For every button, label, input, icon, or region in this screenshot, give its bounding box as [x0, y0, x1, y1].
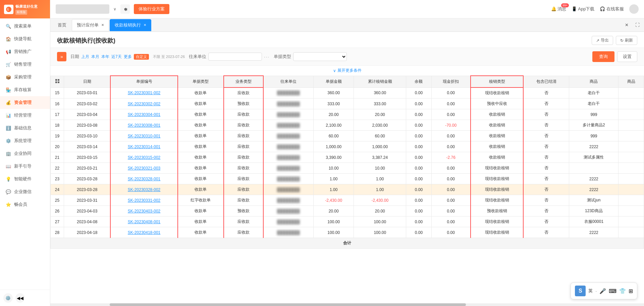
cell-product2: [619, 120, 644, 131]
partner-name: ████████: [277, 209, 300, 213]
bill-no-link[interactable]: SK-20230315-002: [128, 155, 160, 160]
cell-amount: 2,100.00: [314, 120, 354, 131]
message-icon-area[interactable]: 🔔 99+ 消息: [551, 6, 567, 12]
topbar-dropdown[interactable]: ∨: [113, 7, 116, 11]
filter-date-7days[interactable]: 近7天: [111, 54, 122, 60]
cell-biz-type: 应收款: [224, 131, 263, 141]
online-support-link[interactable]: 🎧 在线客服: [600, 6, 624, 12]
sidebar-item-inventory[interactable]: 🏪 库存核算: [0, 83, 50, 96]
app-logo: 6 畅康道好生意 标推版: [0, 0, 50, 18]
horizontal-scrollbar[interactable]: [50, 303, 644, 306]
filter-date-more[interactable]: 更多: [124, 54, 132, 60]
export-button[interactable]: ↗ 导出: [592, 36, 613, 45]
ime-mic-icon[interactable]: 🎤: [599, 288, 606, 294]
cell-included: 否: [523, 152, 569, 163]
cell-product: 2222: [569, 227, 619, 238]
sidebar-item-basic[interactable]: ℹ️ 基础信息: [0, 122, 50, 134]
cell-amount: 1,000.00: [314, 141, 354, 152]
sidebar-item-hardware[interactable]: 💡 智能硬件: [0, 173, 50, 185]
ime-shirt-icon[interactable]: 👕: [619, 288, 626, 294]
partner-name: ████████: [277, 166, 300, 171]
filter-date-this-month[interactable]: 本月: [91, 54, 99, 60]
sidebar-item-operations[interactable]: 📊 经营管理: [0, 109, 50, 122]
sidebar-item-sales[interactable]: 🛒 销售管理: [0, 58, 50, 71]
tabbar-controls: ✕ ⛶: [623, 21, 641, 29]
cell-discount: 0.00: [431, 163, 471, 174]
cell-amount: 20.00: [314, 109, 354, 120]
ime-grid-icon[interactable]: ⊞: [629, 288, 633, 294]
cell-included: 否: [523, 174, 569, 184]
bill-no-link[interactable]: SK-20230403-002: [128, 209, 160, 213]
cell-balance: 0.00: [406, 195, 431, 206]
sidebar-item-quicknav[interactable]: 🏠 快捷导航: [0, 33, 50, 45]
bill-no-link[interactable]: SK-20230328-001: [128, 177, 160, 181]
cell-date: 2023-03-21: [64, 163, 111, 174]
cell-bill-no: SK-20230314-001: [110, 141, 177, 152]
tab-prepay-close[interactable]: ✕: [101, 23, 104, 27]
tab-maximize[interactable]: ⛶: [633, 21, 641, 29]
sidebar-item-guide[interactable]: 📖 新手引导: [0, 160, 50, 173]
table-area[interactable]: 日期 单据编号 单据类型 业务类型 往来单位 单据金额 累计核销金额 余额 现金…: [50, 75, 644, 303]
cell-partner: ████████: [263, 109, 314, 120]
cell-write-type: 收款核销: [471, 120, 524, 131]
bill-no-link[interactable]: SK-20230304-001: [128, 112, 160, 117]
cell-product: 2222: [569, 141, 619, 152]
bill-no-link[interactable]: SK-20230321-003: [128, 166, 160, 171]
bottom-settings-icon[interactable]: ⚙️: [3, 293, 13, 303]
settings-button[interactable]: 设置: [617, 51, 637, 62]
filter-date-prev-month[interactable]: 上月: [81, 54, 89, 60]
bill-no-link[interactable]: SK-20230308-001: [128, 123, 160, 128]
cell-balance: 0.00: [406, 152, 431, 163]
cell-discount: 0.00: [431, 87, 471, 99]
sidebar-item-system[interactable]: ⚙️ 系统管理: [0, 134, 50, 147]
cell-product: 测试多属性: [569, 152, 619, 163]
cell-date: 2023-03-28: [64, 184, 111, 195]
cell-included: 否: [523, 141, 569, 152]
ime-keyboard-icon[interactable]: ⌨: [609, 288, 616, 294]
filter-expand-button[interactable]: »: [57, 52, 66, 61]
app-download-link[interactable]: 📱 App下载: [572, 6, 594, 12]
scrollbar-thumb[interactable]: [110, 303, 466, 306]
sidebar-item-finance[interactable]: 💰 资金管理: [0, 96, 50, 109]
bill-no-link[interactable]: SK-20230328-002: [128, 187, 160, 192]
filter-bill-type-select[interactable]: [293, 52, 347, 61]
filter-date-custom[interactable]: 自定义: [134, 54, 149, 60]
cell-included: 否: [523, 227, 569, 238]
cell-partner: ████████: [263, 120, 314, 131]
tab-close-all[interactable]: ✕: [623, 21, 631, 29]
sidebar-item-marketing[interactable]: 📢 营销推广: [0, 45, 50, 58]
bill-no-link[interactable]: SK-20230408-001: [128, 220, 160, 224]
cell-date: 2023-03-02: [64, 99, 111, 109]
col-biz-type-header: 业务类型: [224, 76, 263, 87]
sidebar-item-search[interactable]: 🔍 搜索菜单: [0, 20, 50, 33]
refresh-button[interactable]: ↻ 刷新: [616, 36, 637, 45]
bill-no-link[interactable]: SK-20230302-002: [128, 102, 160, 106]
query-button[interactable]: 查询: [592, 51, 614, 62]
bill-no-link[interactable]: SK-20230418-001: [128, 230, 160, 235]
filter-partner-input[interactable]: [208, 53, 262, 61]
bottom-collapse-icon[interactable]: ◀◀: [15, 293, 25, 303]
tab-receipts-close[interactable]: ✕: [144, 23, 146, 27]
tab-prepay[interactable]: 预计应付单 ✕: [72, 19, 109, 31]
filter-date-this-year[interactable]: 本年: [101, 54, 109, 60]
svg-rect-3: [58, 79, 59, 81]
tab-receipts[interactable]: 收款核销执行 ✕: [110, 19, 151, 31]
expand-label: 展开更多条件: [337, 68, 362, 73]
sidebar-item-wechat[interactable]: 💬 企业微信: [0, 185, 50, 198]
table-row: 22 2023-03-21 SK-20230321-003 收款单 应收款 ██…: [51, 163, 644, 174]
bill-no-link[interactable]: SK-20230331-002: [128, 198, 160, 203]
cell-product2: [619, 152, 644, 163]
cell-date: 2023-04-18: [64, 227, 111, 238]
bill-no-link[interactable]: SK-20230314-001: [128, 144, 160, 149]
sidebar-item-vip[interactable]: ⭐ 畅会员: [0, 198, 50, 211]
tab-home[interactable]: 首页: [53, 19, 71, 31]
filter-expand-row[interactable]: ∨ 展开更多条件: [50, 66, 644, 75]
cell-date: 2023-03-31: [64, 195, 111, 206]
bill-no-link[interactable]: SK-20230310-001: [128, 134, 160, 138]
solution-button[interactable]: 体验行业方案: [134, 4, 169, 14]
sidebar-item-enterprise[interactable]: 🏢 企业协同: [0, 147, 50, 160]
bill-no-link[interactable]: SK-20230301-002: [128, 90, 160, 95]
topbar-gear-btn[interactable]: [120, 4, 130, 14]
sidebar-item-purchase[interactable]: 📦 采购管理: [0, 71, 50, 83]
user-avatar[interactable]: [629, 4, 639, 14]
